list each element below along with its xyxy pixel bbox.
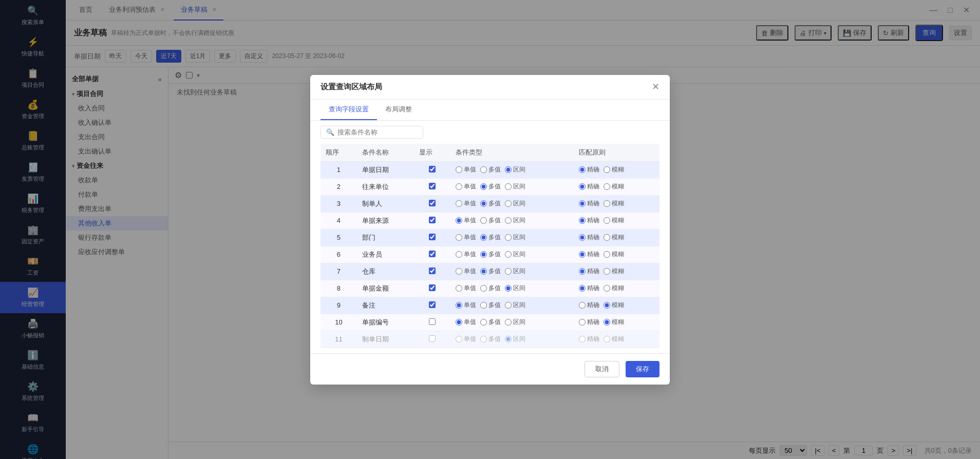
radio-type-5-单值[interactable] <box>456 234 462 241</box>
radio-match-3-模糊[interactable] <box>604 200 610 207</box>
radio-match-4-精确[interactable] <box>579 217 586 224</box>
row-name-7: 仓库 <box>357 263 414 280</box>
row-match-11: 精确 模糊 <box>574 331 659 348</box>
col-index: 顺序 <box>321 144 357 162</box>
radio-type-3-区间[interactable] <box>505 200 512 207</box>
checkbox-display-6[interactable] <box>429 251 436 257</box>
radio-type-10-多值[interactable] <box>480 319 487 326</box>
radio-type-11-单值[interactable] <box>456 336 462 342</box>
radio-type-6-单值[interactable] <box>456 251 462 258</box>
radio-type-4-区间[interactable] <box>505 217 512 224</box>
radio-match-5-精确[interactable] <box>579 234 586 241</box>
modal-save-button[interactable]: 保存 <box>626 361 659 377</box>
radio-type-8-多值[interactable] <box>480 285 487 292</box>
radio-type-6-区间[interactable] <box>505 251 512 258</box>
tab-layout[interactable]: 布局调整 <box>377 100 420 120</box>
radio-match-7-模糊[interactable] <box>604 268 610 275</box>
checkbox-display-2[interactable] <box>429 183 436 189</box>
radio-type-7-多值[interactable] <box>480 268 487 275</box>
row-name-10: 单据编号 <box>357 314 414 331</box>
radio-match-6-模糊[interactable] <box>604 251 610 258</box>
radio-match-11-模糊[interactable] <box>604 336 610 342</box>
row-index-9: 9 <box>321 297 357 314</box>
radio-match-9-精确[interactable] <box>579 302 586 309</box>
radio-type-9-多值[interactable] <box>480 302 487 309</box>
radio-type-2-区间[interactable] <box>505 183 512 190</box>
radio-type-11-区间[interactable] <box>505 336 512 342</box>
row-display-8[interactable] <box>414 280 450 297</box>
col-type: 条件类型 <box>450 144 574 162</box>
radio-match-10-模糊[interactable] <box>604 319 610 326</box>
radio-type-8-区间[interactable] <box>505 285 512 292</box>
checkbox-display-5[interactable] <box>429 234 436 240</box>
modal-overlay[interactable]: 设置查询区域布局 ✕ 查询字段设置 布局调整 🔍 顺序 条件名称 显示 <box>0 0 980 459</box>
tab-query-fields[interactable]: 查询字段设置 <box>321 100 377 120</box>
radio-type-5-区间[interactable] <box>505 234 512 241</box>
modal-tabs: 查询字段设置 布局调整 <box>310 100 670 121</box>
radio-match-11-精确[interactable] <box>579 336 586 342</box>
row-type-2: 单值 多值 区间 <box>450 178 574 195</box>
radio-match-1-精确[interactable] <box>579 166 586 173</box>
radio-type-9-区间[interactable] <box>505 302 512 309</box>
row-display-3[interactable] <box>414 195 450 212</box>
radio-match-1-模糊[interactable] <box>604 166 610 173</box>
radio-type-5-多值[interactable] <box>480 234 487 241</box>
checkbox-display-7[interactable] <box>429 267 436 274</box>
search-input[interactable] <box>337 128 420 136</box>
checkbox-display-4[interactable] <box>429 217 436 223</box>
row-index-2: 2 <box>321 178 357 195</box>
radio-type-1-区间[interactable] <box>505 166 512 173</box>
checkbox-display-9[interactable] <box>429 301 436 308</box>
radio-type-8-单值[interactable] <box>456 285 462 292</box>
row-match-1: 精确 模糊 <box>574 161 659 178</box>
cancel-button[interactable]: 取消 <box>585 361 619 377</box>
search-wrap: 🔍 <box>321 126 423 139</box>
radio-match-6-精确[interactable] <box>579 251 586 258</box>
radio-type-7-区间[interactable] <box>505 268 512 275</box>
radio-type-2-多值[interactable] <box>480 183 487 190</box>
col-match: 匹配原则 <box>574 144 659 162</box>
row-display-7[interactable] <box>414 263 450 280</box>
radio-match-3-精确[interactable] <box>579 200 586 207</box>
radio-match-8-模糊[interactable] <box>604 285 610 292</box>
radio-type-1-多值[interactable] <box>480 166 487 173</box>
radio-type-1-单值[interactable] <box>456 166 462 173</box>
row-display-11[interactable] <box>414 331 450 348</box>
row-display-4[interactable] <box>414 212 450 229</box>
radio-type-3-单值[interactable] <box>456 200 462 207</box>
checkbox-display-8[interactable] <box>429 284 436 291</box>
radio-type-3-多值[interactable] <box>480 200 487 207</box>
checkbox-display-10[interactable] <box>429 318 436 325</box>
radio-type-9-单值[interactable] <box>456 302 462 309</box>
row-display-10[interactable] <box>414 314 450 331</box>
radio-type-11-多值[interactable] <box>480 336 487 342</box>
search-icon: 🔍 <box>326 128 334 136</box>
radio-type-4-多值[interactable] <box>480 217 487 224</box>
radio-match-2-精确[interactable] <box>579 183 586 190</box>
radio-type-10-区间[interactable] <box>505 319 512 326</box>
row-display-1[interactable] <box>414 161 450 178</box>
radio-match-9-模糊[interactable] <box>604 302 610 309</box>
row-display-6[interactable] <box>414 246 450 263</box>
radio-type-7-单值[interactable] <box>456 268 462 275</box>
modal-close-button[interactable]: ✕ <box>652 82 659 91</box>
checkbox-display-3[interactable] <box>429 200 436 206</box>
radio-type-10-单值[interactable] <box>456 319 462 326</box>
radio-match-2-模糊[interactable] <box>604 183 610 190</box>
row-name-1: 单据日期 <box>357 161 414 178</box>
row-display-5[interactable] <box>414 229 450 246</box>
radio-match-10-精确[interactable] <box>579 319 586 326</box>
checkbox-display-1[interactable] <box>429 166 436 173</box>
radio-match-5-模糊[interactable] <box>604 234 610 241</box>
row-display-9[interactable] <box>414 297 450 314</box>
row-match-5: 精确 模糊 <box>574 229 659 246</box>
radio-match-8-精确[interactable] <box>579 285 586 292</box>
radio-type-6-多值[interactable] <box>480 251 487 258</box>
radio-match-4-模糊[interactable] <box>604 217 610 224</box>
checkbox-display-11[interactable] <box>429 335 436 342</box>
radio-type-4-单值[interactable] <box>456 217 462 224</box>
radio-match-7-精确[interactable] <box>579 268 586 275</box>
row-index-6: 6 <box>321 246 357 263</box>
row-display-2[interactable] <box>414 178 450 195</box>
radio-type-2-单值[interactable] <box>456 183 462 190</box>
